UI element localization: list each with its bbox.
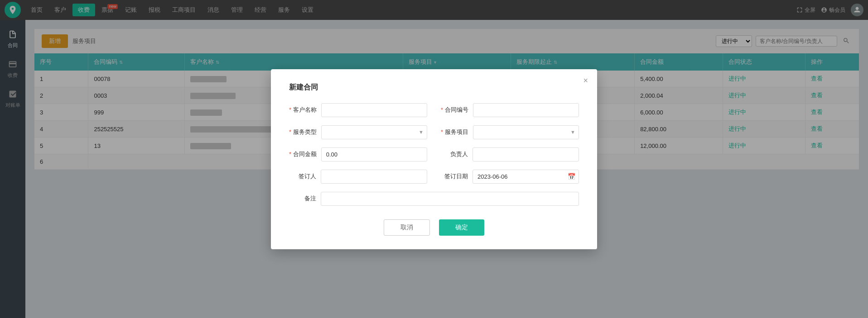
modal-title: 新建合同	[289, 83, 579, 92]
modal-overlay[interactable]: 新建合同 × 客户名称 合同编号 服务类型 ▼	[0, 0, 868, 318]
confirm-button[interactable]: 确定	[439, 219, 484, 236]
form-row-service-item: 服务项目 ▼	[441, 125, 579, 139]
service-item-label: 服务项目	[441, 128, 468, 136]
form-row-customer: 客户名称	[289, 103, 427, 117]
customer-name-label: 客户名称	[289, 106, 317, 114]
responsible-input[interactable]	[473, 147, 579, 161]
cancel-button[interactable]: 取消	[384, 219, 430, 236]
form-row-amount: 合同金额	[289, 147, 427, 161]
contract-no-label: 合同编号	[441, 106, 468, 114]
responsible-label: 负责人	[441, 150, 468, 158]
remark-input[interactable]	[321, 192, 579, 206]
sign-date-input[interactable]	[473, 170, 579, 184]
form-row-responsible: 负责人	[441, 147, 579, 161]
form-row-sign-date: 签订日期 📅	[441, 170, 579, 184]
sign-date-label: 签订日期	[441, 172, 468, 180]
signer-label: 签订人	[289, 172, 316, 180]
service-type-label: 服务类型	[289, 128, 317, 136]
form-row-signer: 签订人	[289, 170, 427, 184]
customer-name-input[interactable]	[321, 103, 427, 117]
form-row-service-type: 服务类型 ▼	[289, 125, 427, 139]
amount-label: 合同金额	[289, 150, 317, 158]
remark-label: 备注	[289, 195, 316, 203]
signer-input[interactable]	[321, 170, 427, 184]
modal-new-contract: 新建合同 × 客户名称 合同编号 服务类型 ▼	[271, 69, 597, 249]
modal-footer: 取消 确定	[289, 219, 579, 236]
modal-close-button[interactable]: ×	[583, 76, 588, 85]
amount-input[interactable]	[321, 147, 427, 161]
form-row-remark: 备注	[289, 192, 579, 206]
service-type-select-wrapper: ▼	[321, 125, 427, 139]
form-grid: 客户名称 合同编号 服务类型 ▼ 服务项目	[289, 103, 579, 206]
contract-no-input[interactable]	[473, 103, 579, 117]
service-item-select-wrapper: ▼	[473, 125, 579, 139]
service-type-select[interactable]	[321, 125, 427, 139]
service-item-select[interactable]	[473, 125, 579, 139]
sign-date-wrapper: 📅	[473, 170, 579, 184]
form-row-contract-no: 合同编号	[441, 103, 579, 117]
